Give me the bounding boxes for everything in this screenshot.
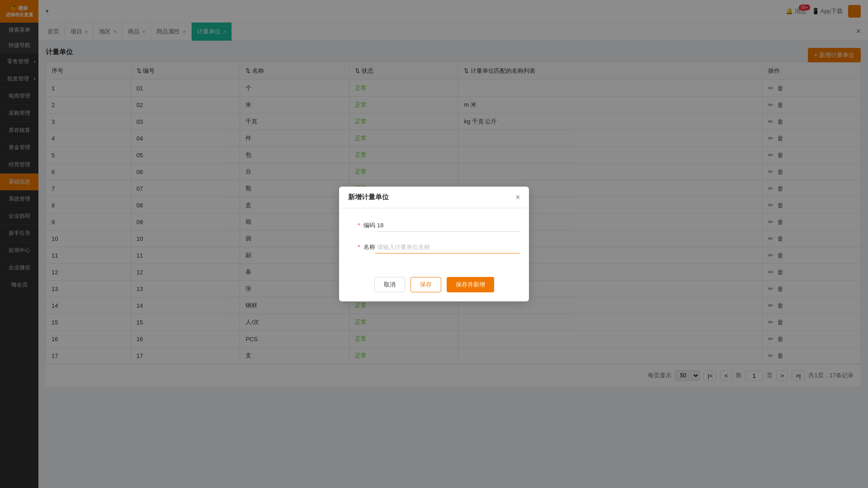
code-label-text: 编码	[363, 222, 375, 229]
cancel-button[interactable]: 取消	[374, 277, 405, 292]
name-input[interactable]	[375, 241, 520, 253]
modal-overlay: 新增计量单位 × * 编码 * 名称 取消 保存 保存并新增	[0, 0, 868, 488]
required-mark: *	[358, 244, 360, 250]
name-label-text: 名称	[363, 244, 375, 250]
modal-header: 新增计量单位 ×	[339, 187, 529, 208]
modal-footer: 取消 保存 保存并新增	[339, 272, 529, 301]
modal-body: * 编码 * 名称	[339, 208, 529, 272]
modal-close-button[interactable]: ×	[516, 193, 520, 202]
code-input[interactable]	[375, 219, 520, 232]
code-form-row: * 编码	[348, 219, 520, 232]
required-mark: *	[358, 222, 360, 229]
name-form-row: * 名称	[348, 241, 520, 253]
name-label: * 名称	[348, 243, 375, 251]
save-and-add-button[interactable]: 保存并新增	[447, 277, 494, 292]
save-button[interactable]: 保存	[410, 277, 441, 292]
modal-title: 新增计量单位	[348, 193, 389, 202]
code-label: * 编码	[348, 221, 375, 230]
add-unit-modal: 新增计量单位 × * 编码 * 名称 取消 保存 保存并新增	[339, 187, 529, 301]
